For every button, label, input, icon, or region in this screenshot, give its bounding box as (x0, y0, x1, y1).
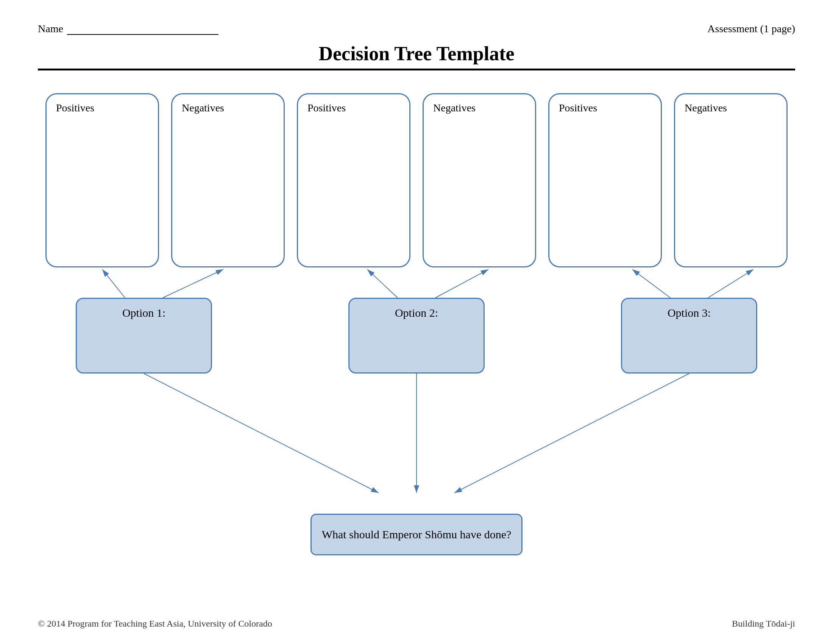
footer: © 2014 Program for Teaching East Asia, U… (38, 618, 795, 629)
svg-line-10 (454, 374, 689, 493)
footer-left: © 2014 Program for Teaching East Asia, U… (38, 618, 272, 629)
top-boxes-row: Positives Negatives Positives Negatives … (45, 93, 788, 267)
root-box-label: What should Emperor Shōmu have done? (322, 528, 511, 541)
top-box-negatives-3: Negatives (674, 93, 788, 267)
option-box-2: Option 2: (348, 298, 485, 374)
name-field: Name (38, 23, 219, 35)
top-box-negatives-1: Negatives (171, 93, 285, 267)
top-box-label-6: Negatives (685, 102, 727, 114)
option-boxes-row: Option 1: Option 2: Option 3: (76, 298, 757, 374)
top-box-positives-2: Positives (297, 93, 410, 267)
svg-line-2 (102, 269, 125, 298)
top-box-positives-3: Positives (548, 93, 662, 267)
option-label-3: Option 3: (667, 306, 711, 319)
top-box-label-4: Negatives (433, 102, 476, 114)
footer-right: Building Tōdai-ji (732, 618, 795, 629)
page: Name Assessment (1 page) Decision Tree T… (0, 0, 833, 644)
tree-container: Positives Negatives Positives Negatives … (38, 93, 795, 586)
assessment-label: Assessment (1 page) (707, 23, 795, 35)
name-line[interactable] (67, 24, 219, 35)
root-box: What should Emperor Shōmu have done? (310, 514, 523, 555)
option-label-2: Option 2: (395, 306, 438, 319)
top-box-negatives-2: Negatives (423, 93, 536, 267)
name-label: Name (38, 23, 63, 35)
svg-line-7 (708, 269, 754, 298)
option-box-3: Option 3: (621, 298, 757, 374)
option-box-1: Option 1: (76, 298, 212, 374)
header-row: Name Assessment (1 page) (38, 23, 795, 35)
title-section: Decision Tree Template (38, 42, 795, 65)
svg-line-4 (367, 269, 397, 298)
option-label-1: Option 1: (122, 306, 166, 319)
top-box-label-2: Negatives (182, 102, 224, 114)
top-box-label-3: Positives (307, 102, 346, 114)
top-box-label-5: Positives (559, 102, 597, 114)
top-box-positives-1: Positives (45, 93, 159, 267)
svg-line-3 (163, 269, 224, 298)
svg-line-6 (632, 269, 670, 298)
title-divider (38, 69, 795, 71)
page-title: Decision Tree Template (38, 42, 795, 65)
svg-line-5 (436, 269, 489, 298)
top-box-label-1: Positives (56, 102, 94, 114)
svg-line-8 (144, 374, 379, 493)
